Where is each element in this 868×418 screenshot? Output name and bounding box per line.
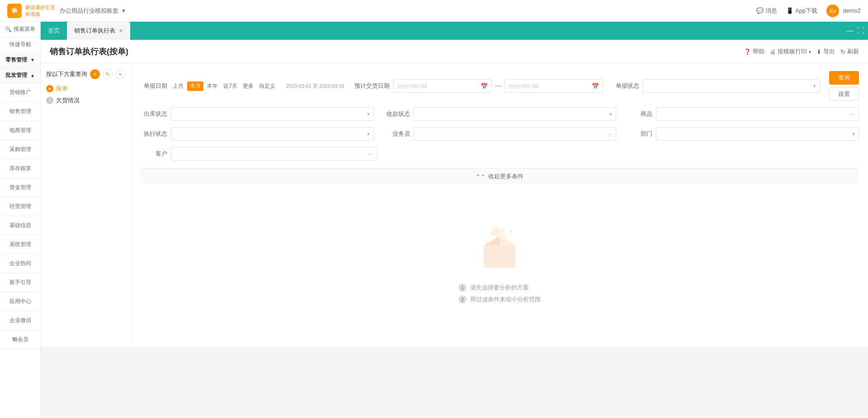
sidebar-item-purchase[interactable]: 采购管理	[0, 140, 40, 159]
page-title: 销售订单执行表(按单)	[50, 46, 128, 57]
main-layout: 🔍 搜索菜单 快捷导航 零售管理 ▼ 批发管理 ▲ 营销推广 销售管理 电商管理…	[0, 22, 868, 418]
empty-tips: 1 请先选择要分析的方案 2 用过滤条件来缩小分析范围	[458, 284, 541, 304]
scheme-panel-title: 按以下方案查询	[46, 70, 87, 78]
message-btn[interactable]: 💬 消息	[756, 7, 777, 15]
date-separator: —	[495, 82, 502, 90]
sidebar-item-sales[interactable]: 销售管理	[0, 102, 40, 121]
customer-group: 客户 ···	[140, 147, 377, 161]
expected-date-end[interactable]: yyyy-mm-dd 📅	[505, 79, 603, 93]
message-icon: 💬	[756, 7, 764, 14]
svg-rect-5	[491, 227, 499, 237]
collapse-more-btn[interactable]: ⌃⌃ 收起更多条件	[140, 168, 859, 184]
content-area: 首页 销售订单执行表 ✕ — ⛶ 销售订单执行表(按单) ❓	[41, 22, 868, 418]
date-range-display: 2023-03-01 至 2023-03-31	[286, 83, 345, 90]
tab-sales-order-list[interactable]: 销售订单执行表 ✕	[67, 22, 130, 40]
department-select[interactable]: ▾	[656, 127, 859, 141]
query-btn[interactable]: 查询	[829, 71, 859, 85]
app-logo-icon: 畅	[7, 4, 22, 18]
export-btn[interactable]: ⬇ 导出	[816, 48, 835, 56]
settings-btn[interactable]: 设置	[829, 87, 859, 101]
page-content: 销售订单执行表(按单) ❓ 帮助 🖨 按模板打印 ▾ ⬇	[41, 40, 868, 418]
sidebar-item-system[interactable]: 系统管理	[0, 235, 40, 254]
svg-point-8	[486, 240, 487, 242]
collapse-scheme-btn[interactable]: «	[115, 69, 125, 79]
sidebar-item-ecommerce[interactable]: 电商管理	[0, 121, 40, 140]
custom-btn[interactable]: 自定义	[257, 81, 277, 91]
date-quick-btns: 上月 本月 本年 近7天 更多 自定义	[171, 81, 277, 91]
calendar-start-icon: 📅	[481, 83, 488, 90]
tab-maximize-btn[interactable]: ⛶	[857, 27, 864, 35]
calendar-end-icon: 📅	[592, 83, 599, 90]
sidebar-item-marketing[interactable]: 营销推广	[0, 83, 40, 102]
last-7-btn[interactable]: 近7天	[222, 81, 239, 91]
add-scheme-btn[interactable]: +	[90, 69, 100, 79]
sidebar-item-finance[interactable]: 资金管理	[0, 178, 40, 197]
page-actions: ❓ 帮助 🖨 按模板打印 ▾ ⬇ 导出 ↻	[744, 48, 859, 56]
sidebar-item-wechat[interactable]: 企业微信	[0, 311, 40, 330]
app-download-btn[interactable]: 📱 App下载	[786, 7, 817, 15]
tab-home[interactable]: 首页	[41, 22, 67, 40]
exec-status-group: 执行状态 ▾	[140, 127, 374, 141]
tab-close-icon[interactable]: ✕	[119, 28, 123, 34]
out-status-label: 出库状态	[140, 110, 167, 118]
sidebar-search[interactable]: 🔍 搜索菜单	[0, 22, 40, 37]
last-month-btn[interactable]: 上月	[171, 81, 185, 91]
customer-input[interactable]: ···	[171, 147, 377, 161]
goods-group: 商品 ···	[625, 107, 859, 121]
svg-rect-0	[484, 245, 515, 268]
sidebar-item-basic[interactable]: 基础信息	[0, 216, 40, 235]
this-month-btn[interactable]: 本月	[187, 81, 203, 91]
refresh-btn[interactable]: ↻ 刷新	[840, 48, 859, 56]
main-content-wrapper: 按以下方案查询 + ✎ «	[41, 64, 868, 347]
expected-date-group: 预计交货日期 yyyy-mm-dd 📅 — yyyy-mm-d	[354, 79, 603, 93]
salesperson-more-icon[interactable]: ···	[607, 130, 613, 138]
sidebar-item-newbie[interactable]: 新手引导	[0, 273, 40, 292]
goods-label: 商品	[625, 110, 652, 118]
salesperson-group: 业务员 ···	[383, 127, 617, 141]
sidebar-item-wholesale[interactable]: 批发管理 ▲	[0, 68, 40, 83]
sidebar-item-inventory[interactable]: 库存核算	[0, 159, 40, 178]
sidebar-item-appstore[interactable]: 应用中心	[0, 292, 40, 311]
exec-status-label: 执行状态	[140, 130, 167, 138]
exec-status-select[interactable]: ▾	[171, 127, 374, 141]
more-btn[interactable]: 更多	[241, 81, 255, 91]
sidebar-item-member[interactable]: 畅会员	[0, 330, 40, 349]
sidebar-item-enterprise[interactable]: 企业协同	[0, 254, 40, 273]
out-status-select[interactable]: ▾	[171, 107, 374, 121]
expected-date-label: 预计交货日期	[354, 82, 390, 90]
this-year-btn[interactable]: 本年	[205, 81, 220, 91]
print-btn[interactable]: 🖨 按模板打印 ▾	[770, 48, 811, 56]
sidebar-item-retail[interactable]: 零售管理 ▼	[0, 52, 40, 68]
doc-status-select[interactable]: ▾	[643, 79, 820, 93]
app-logo-text: 畅捷通好生意 标准版	[25, 4, 55, 17]
header-left: 畅 畅捷通好生意 标准版 办公用品行业模拟账套 ▾	[7, 4, 125, 18]
edit-scheme-btn[interactable]: ✎	[103, 69, 113, 79]
svg-point-6	[490, 233, 491, 235]
tab-bar: 首页 销售订单执行表 ✕ — ⛶	[41, 22, 868, 40]
breadcrumb[interactable]: 办公用品行业模拟账套 ▾	[60, 7, 125, 15]
chevron-up-icon: ▲	[30, 73, 35, 78]
expected-date-start[interactable]: yyyy-mm-dd 📅	[393, 79, 492, 93]
header-right: 💬 消息 📱 App下载 Ea demo2	[756, 5, 861, 17]
receive-status-select[interactable]: ▾	[414, 107, 617, 121]
user-profile-btn[interactable]: Ea demo2	[826, 5, 861, 17]
page-title-bar: 销售订单执行表(按单) ❓ 帮助 🖨 按模板打印 ▾ ⬇	[41, 40, 868, 64]
scheme-item-by-order[interactable]: ● 按单	[46, 83, 125, 95]
edit-icon: ✎	[105, 71, 110, 77]
goods-more-icon[interactable]: ···	[849, 110, 855, 118]
out-status-group: 出库状态 ▾	[140, 107, 374, 121]
svg-point-7	[510, 231, 512, 233]
goods-input[interactable]: ···	[656, 107, 859, 121]
scheme-item-owe-stock[interactable]: ○ 欠货情况	[46, 95, 125, 106]
salesperson-input[interactable]: ···	[414, 127, 617, 141]
top-header: 畅 畅捷通好生意 标准版 办公用品行业模拟账套 ▾ 💬 消息 📱 App下载 E…	[0, 0, 868, 22]
tab-minimize-btn[interactable]: —	[846, 27, 854, 35]
download-icon: 📱	[786, 7, 793, 14]
help-btn[interactable]: ❓ 帮助	[744, 48, 764, 56]
sidebar-quick-nav[interactable]: 快捷导航	[0, 37, 40, 52]
page-inner: 销售订单执行表(按单) ❓ 帮助 🖨 按模板打印 ▾ ⬇	[41, 40, 868, 347]
customer-more-icon[interactable]: ···	[368, 150, 373, 157]
exec-status-arrow-icon: ▾	[367, 131, 370, 137]
sidebar-item-operations[interactable]: 经营管理	[0, 197, 40, 216]
empty-tip-2: 2 用过滤条件来缩小分析范围	[458, 295, 541, 304]
